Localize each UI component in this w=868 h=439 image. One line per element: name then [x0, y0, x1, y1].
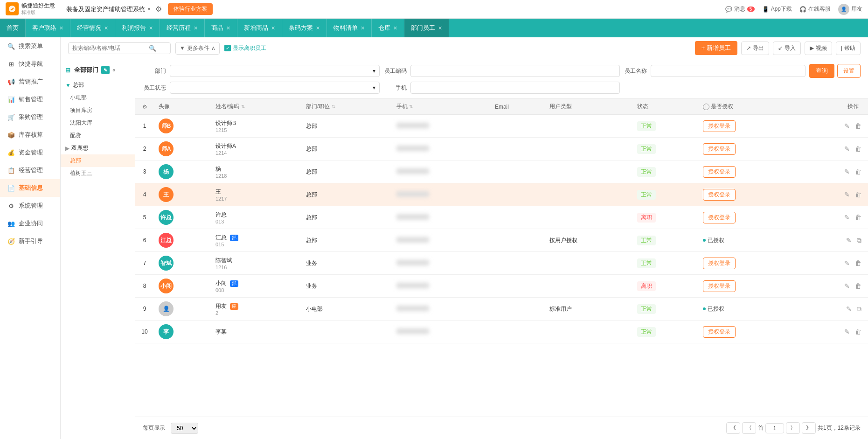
col-phone[interactable]: 手机 ⇅: [392, 99, 490, 115]
col-name[interactable]: 姓名/编码 ⇅: [211, 99, 301, 115]
tab-home[interactable]: 首页: [0, 19, 26, 37]
auth-btn[interactable]: 授权登录: [703, 189, 736, 201]
auth-btn[interactable]: 授权登录: [703, 120, 736, 132]
edit-icon[interactable]: ✎: [842, 258, 852, 268]
show-resigned-toggle[interactable]: ✓ 显示离职员工: [224, 44, 266, 52]
edit-icon[interactable]: ✎: [842, 190, 852, 199]
dept-item-xiaodianyuan[interactable]: 小电部: [61, 91, 135, 104]
close-icon[interactable]: ✕: [59, 25, 63, 31]
online-service-action[interactable]: 🎧 在线客服: [799, 5, 831, 13]
dept-item-shenyang[interactable]: 沈阳大库: [61, 117, 135, 129]
close-icon[interactable]: ✕: [149, 25, 153, 31]
close-icon[interactable]: ✕: [361, 25, 365, 31]
filter-more-btn[interactable]: ▼ 更多条件 ∧: [175, 42, 220, 55]
sidebar-item-guide[interactable]: 🧭 新手引导: [0, 232, 60, 250]
add-employee-button[interactable]: + 新增员工: [695, 41, 737, 55]
export-button[interactable]: ↗ 导出: [741, 42, 769, 55]
sidebar-item-collab[interactable]: 👥 企业协同: [0, 215, 60, 232]
tab-bom[interactable]: 物料清单✕: [327, 19, 372, 37]
col-settings[interactable]: ⚙: [135, 99, 154, 115]
tab-customer[interactable]: 客户联络✕: [26, 19, 70, 37]
last-page-btn[interactable]: 》: [802, 422, 816, 434]
delete-icon[interactable]: 🗑: [853, 281, 863, 291]
page-input[interactable]: [765, 423, 784, 433]
close-icon[interactable]: ✕: [271, 25, 275, 31]
auth-btn[interactable]: 授权登录: [703, 212, 736, 223]
copy-icon[interactable]: ⧉: [855, 304, 863, 314]
sidebar-item-basic[interactable]: 📄 基础信息: [0, 179, 60, 197]
dept-item-xiangmukufang[interactable]: 项目库房: [61, 104, 135, 117]
delete-icon[interactable]: 🗑: [853, 190, 863, 199]
phone-input[interactable]: [410, 82, 620, 94]
sidebar-item-sales[interactable]: 📊 销售管理: [0, 91, 60, 108]
col-dept[interactable]: 部门/职位 ⇅: [301, 99, 392, 115]
set-button[interactable]: 设置: [837, 64, 861, 78]
search-button[interactable]: 查询: [809, 64, 834, 78]
delete-icon[interactable]: 🗑: [853, 258, 863, 268]
help-button[interactable]: | 帮助: [836, 42, 861, 55]
app-download-action[interactable]: 📱 App下载: [762, 5, 792, 13]
delete-icon[interactable]: 🗑: [853, 327, 863, 336]
delete-icon[interactable]: 🗑: [853, 213, 863, 222]
auth-btn[interactable]: 授权登录: [703, 143, 736, 155]
copy-icon[interactable]: ⧉: [855, 236, 863, 245]
first-page-btn[interactable]: 《: [726, 422, 740, 434]
tab-barcode[interactable]: 条码方案✕: [282, 19, 327, 37]
view-button[interactable]: ▶ 视频: [805, 42, 832, 55]
dept-select[interactable]: ▾: [170, 65, 380, 77]
auth-btn[interactable]: 授权登录: [703, 166, 736, 178]
tab-new-goods[interactable]: 新增商品✕: [237, 19, 282, 37]
close-icon[interactable]: ✕: [194, 25, 198, 31]
dept-collapse-icon[interactable]: «: [112, 67, 116, 73]
empstatus-select[interactable]: ▾: [170, 82, 380, 94]
delete-icon[interactable]: 🗑: [853, 144, 863, 153]
settings-gear-icon[interactable]: ⚙: [154, 5, 163, 14]
import-button[interactable]: ↙ 导入: [773, 42, 801, 55]
next-page-btn[interactable]: 〉: [786, 422, 800, 434]
tab-history[interactable]: 经营历程✕: [160, 19, 205, 37]
close-icon[interactable]: ✕: [104, 25, 108, 31]
close-icon[interactable]: ✕: [226, 25, 230, 31]
dept-item-peihuo[interactable]: 配货: [61, 129, 135, 142]
prev-page-btn[interactable]: 〈: [742, 422, 756, 434]
edit-icon[interactable]: ✎: [842, 144, 852, 153]
edit-icon[interactable]: ✎: [842, 121, 852, 131]
sidebar-item-nav[interactable]: ⊞ 快捷导航: [0, 55, 60, 73]
per-page-select[interactable]: 50 100: [171, 423, 198, 434]
tab-profit[interactable]: 利润报告✕: [115, 19, 160, 37]
system-dropdown-arrow[interactable]: ▾: [148, 7, 150, 12]
sidebar-item-marketing[interactable]: 📢 营销推广: [0, 73, 60, 91]
sidebar-item-system[interactable]: ⚙ 系统管理: [0, 197, 60, 215]
sidebar-item-management[interactable]: 📋 经营管理: [0, 161, 60, 179]
user-action[interactable]: 👤 用友: [838, 4, 862, 15]
dept-item-zongbu[interactable]: 总部: [61, 154, 135, 167]
empname-input[interactable]: [651, 65, 806, 77]
tab-warehouse[interactable]: 仓库✕: [372, 19, 404, 37]
sidebar-item-search[interactable]: 🔍 搜索菜单: [0, 37, 60, 55]
edit-icon[interactable]: ✎: [842, 281, 852, 291]
sidebar-item-finance[interactable]: 💰 资金管理: [0, 144, 60, 161]
sidebar-item-purchase[interactable]: 🛒 采购管理: [0, 108, 60, 126]
trial-btn[interactable]: 体验行业方案: [168, 3, 213, 15]
search-input[interactable]: [72, 45, 147, 51]
edit-icon[interactable]: ✎: [842, 327, 852, 336]
dept-group-zongbu[interactable]: ▼ 总部: [61, 79, 135, 91]
edit-icon[interactable]: ✎: [844, 304, 854, 314]
close-icon[interactable]: ✕: [316, 25, 320, 31]
dept-item-zhishu[interactable]: 植树王三: [61, 167, 135, 180]
edit-icon[interactable]: ✎: [842, 167, 852, 176]
close-icon[interactable]: ✕: [393, 25, 397, 31]
delete-icon[interactable]: 🗑: [853, 121, 863, 131]
delete-icon[interactable]: 🗑: [853, 167, 863, 176]
message-action[interactable]: 💬 消息 5: [725, 5, 755, 13]
edit-icon[interactable]: ✎: [844, 236, 854, 245]
info-circle-icon[interactable]: i: [703, 104, 709, 110]
auth-btn[interactable]: 授权登录: [703, 258, 736, 269]
empcode-input[interactable]: [410, 65, 620, 77]
edit-icon[interactable]: ✎: [842, 213, 852, 222]
tab-operation[interactable]: 经营情况✕: [70, 19, 115, 37]
tab-goods[interactable]: 商品✕: [205, 19, 237, 37]
close-icon[interactable]: ✕: [438, 25, 442, 31]
auth-btn[interactable]: 授权登录: [703, 280, 736, 292]
dept-group-shuanglu[interactable]: ▶ 双鹿想: [61, 142, 135, 154]
